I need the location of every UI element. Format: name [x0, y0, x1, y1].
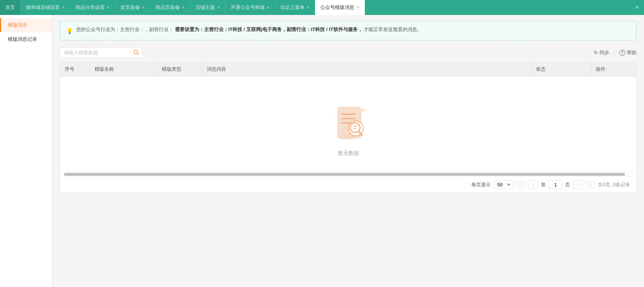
tab-home-label: 首页 [5, 4, 15, 11]
tab-theme[interactable]: 店铺主题 × [190, 0, 225, 15]
empty-illustration [326, 99, 371, 144]
tab-product-label: 商品页装修 [155, 4, 180, 11]
tab-theme-close[interactable]: × [217, 5, 220, 10]
toolbar-right: ↻ 同步 | ? 帮助 [594, 49, 637, 56]
page-next-btn[interactable]: ＞ [573, 180, 583, 189]
tab-homepage-label: 首页装修 [120, 4, 140, 11]
tab-homepage[interactable]: 首页装修 × [115, 0, 150, 15]
tab-product[interactable]: 商品页装修 × [150, 0, 190, 15]
sync-icon: ↻ [594, 50, 598, 55]
total-info: 共0页, 0条记录 [598, 181, 630, 188]
th-content: 消息内容 [202, 62, 531, 76]
page-size-select[interactable]: 50 10 20 100 [494, 180, 513, 189]
help-icon: ? [619, 50, 625, 56]
th-action: 操作 [591, 62, 636, 76]
tab-templatemsg[interactable]: 公众号模版消息 × [315, 0, 365, 15]
th-seq: 序号 [60, 62, 90, 76]
tab-product-close[interactable]: × [182, 5, 185, 10]
svg-line-1 [138, 53, 139, 55]
pagination: 每页显示 50 10 20 100 ⟨⟨ ＜ 第 页 ＞ ⟩⟩ 共0页, 0条记… [60, 176, 636, 193]
page-input[interactable] [549, 180, 562, 189]
page-last-btn[interactable]: ⟩⟩ [586, 181, 595, 189]
close-all-btn[interactable]: × [630, 4, 644, 11]
tab-openstore[interactable]: 开通公众号商城 × [225, 0, 275, 15]
tab-wshop[interactable]: 微商城店铺设置 × [21, 0, 70, 15]
th-type: 模版类型 [157, 62, 202, 76]
search-bar: ↻ 同步 | ? 帮助 [60, 47, 637, 58]
page-first-btn[interactable]: ⟨⟨ [516, 181, 525, 189]
tab-theme-label: 店铺主题 [195, 4, 215, 11]
tab-homepage-close[interactable]: × [142, 5, 145, 10]
tab-custommenu-label: 自定义菜单 [280, 4, 305, 11]
tab-category[interactable]: 商品分类设置 × [70, 0, 115, 15]
tab-bar: 首页 微商城店铺设置 × 商品分类设置 × 首页装修 × 商品页装修 × 店铺主… [0, 0, 644, 15]
layout: 模版消息 模版消息记录 💡 您的公众号行业为：主营行业：，副营行业： 需要设置为… [0, 15, 644, 287]
notice-box: 💡 您的公众号行业为：主营行业：，副营行业： 需要设置为：主营行业：IT科技 /… [60, 21, 637, 40]
main-content: 💡 您的公众号行业为：主营行业：，副营行业： 需要设置为：主营行业：IT科技 /… [52, 15, 644, 287]
sidebar-item-record[interactable]: 模版消息记录 [0, 32, 52, 46]
tab-openstore-close[interactable]: × [267, 5, 269, 10]
table-container: 序号 模版名称 模版类型 消息内容 状态 操作 [60, 62, 637, 193]
bulb-icon: 💡 [66, 27, 73, 36]
empty-state: 暂无数据 [60, 77, 636, 172]
toolbar-divider: | [614, 50, 615, 55]
tab-templatemsg-label: 公众号模版消息 [320, 4, 354, 11]
sidebar-item-template-label: 模版消息 [8, 22, 27, 28]
search-input-wrap [60, 47, 142, 58]
page-size-label: 每页显示 [471, 181, 491, 188]
tab-wshop-close[interactable]: × [62, 5, 65, 10]
tab-home[interactable]: 首页 [0, 0, 21, 15]
notice-bold: 需要设置为：主营行业：IT科技 / 互联网|电子商务，副营行业：IT科技 / I… [175, 27, 363, 32]
page-suffix: 页 [565, 181, 570, 188]
help-button[interactable]: ? 帮助 [619, 49, 637, 56]
empty-text: 暂无数据 [338, 150, 359, 157]
tab-custommenu[interactable]: 自定义菜单 × [275, 0, 315, 15]
page-prefix: 第 [541, 181, 546, 188]
search-input[interactable] [60, 47, 142, 58]
scroll-thumb[interactable] [64, 173, 625, 176]
table-header: 序号 模版名称 模版类型 消息内容 状态 操作 [60, 62, 636, 77]
sync-label: 同步 [600, 49, 609, 56]
tab-openstore-label: 开通公众号商城 [231, 4, 265, 11]
sidebar: 模版消息 模版消息记录 [0, 15, 52, 287]
th-name: 模版名称 [90, 62, 157, 76]
svg-point-12 [335, 119, 336, 120]
tab-category-label: 商品分类设置 [76, 4, 105, 11]
sync-button[interactable]: ↻ 同步 [594, 49, 609, 56]
search-icon[interactable] [133, 49, 139, 56]
tab-templatemsg-close[interactable]: × [357, 5, 359, 10]
scroll-track[interactable] [60, 172, 636, 176]
page-prev-btn[interactable]: ＜ [528, 180, 538, 189]
sidebar-item-template[interactable]: 模版消息 [0, 18, 52, 32]
tab-wshop-label: 微商城店铺设置 [26, 4, 60, 11]
notice-prefix: 您的公众号行业为：主营行业：，副营行业： [76, 27, 173, 32]
notice-suffix: 才能正常发送预置的消息。 [364, 27, 422, 32]
th-status: 状态 [531, 62, 591, 76]
tab-category-close[interactable]: × [107, 5, 110, 10]
sidebar-item-record-label: 模版消息记录 [8, 36, 37, 42]
tab-custommenu-close[interactable]: × [307, 5, 309, 10]
notice-text: 您的公众号行业为：主营行业：，副营行业： 需要设置为：主营行业：IT科技 / 互… [76, 26, 422, 34]
help-label: 帮助 [627, 49, 637, 56]
